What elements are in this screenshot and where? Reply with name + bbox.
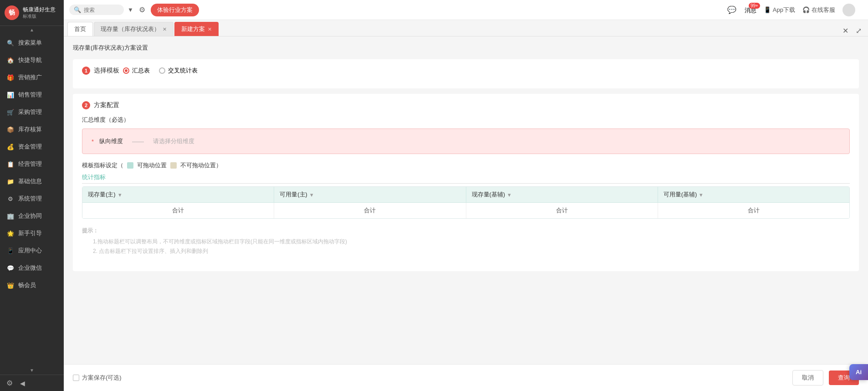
dimension-divider: —— bbox=[132, 138, 144, 145]
customer-service-icon: 🎧 bbox=[802, 6, 810, 13]
stats-col-3[interactable]: 可用量(基辅)▾ bbox=[658, 187, 849, 202]
radio-cross[interactable]: 交叉统计表 bbox=[159, 67, 198, 75]
message-icon: 💬 bbox=[727, 6, 736, 14]
cancel-button[interactable]: 取消 bbox=[792, 370, 823, 386]
main-area: 🔍 ▼ ⚙ 体验行业方案 💬 99+ 消息 📱 App下载 🎧 在线客服 bbox=[64, 0, 868, 391]
tab-label-home: 首页 bbox=[74, 25, 86, 33]
sidebar-item-finance[interactable]: 💰资金管理 bbox=[0, 138, 64, 155]
stats-col-0[interactable]: 现存量(主)▾ bbox=[82, 187, 274, 202]
sidebar-item-purchase[interactable]: 🛒采购管理 bbox=[0, 103, 64, 121]
topbar: 🔍 ▼ ⚙ 体验行业方案 💬 99+ 消息 📱 App下载 🎧 在线客服 bbox=[64, 0, 868, 20]
tabbar: 首页现存量（库存状况表）✕新建方案✕✕⤢ bbox=[64, 20, 868, 36]
scroll-down-arrow[interactable]: ▼ bbox=[30, 368, 34, 373]
tab-close-new-plan[interactable]: ✕ bbox=[208, 26, 212, 32]
sidebar-item-search-menu[interactable]: 🔍搜索菜单 bbox=[0, 34, 64, 51]
tab-label-inventory-status: 现存量（库存状况表） bbox=[101, 25, 160, 33]
weixin-icon: 💬 bbox=[6, 264, 15, 272]
step1-card: 1 选择模板 汇总表交叉统计表 bbox=[73, 59, 859, 88]
app-download-link[interactable]: 📱 App下载 bbox=[764, 6, 795, 14]
sidebar-item-member[interactable]: 👑畅会员 bbox=[0, 277, 64, 294]
system-icon: ⚙ bbox=[6, 195, 15, 203]
non-draggable-badge bbox=[170, 162, 177, 169]
step1-badge: 1 bbox=[82, 67, 90, 75]
stats-cell-0: 合计 bbox=[82, 203, 274, 218]
sidebar-item-operations[interactable]: 📋经营管理 bbox=[0, 155, 64, 173]
tab-expand-button[interactable]: ⤢ bbox=[853, 26, 864, 36]
dimension-label: 纵向维度 bbox=[99, 137, 123, 145]
save-option[interactable]: 方案保存(可选) bbox=[73, 374, 122, 382]
radio-circle-cross bbox=[159, 67, 165, 74]
stats-col-2[interactable]: 现存量(基辅)▾ bbox=[466, 187, 658, 202]
customer-service-link[interactable]: 🎧 在线客服 bbox=[802, 6, 835, 14]
template-radio-group: 汇总表交叉统计表 bbox=[123, 67, 198, 75]
step1-header: 1 选择模板 汇总表交叉统计表 bbox=[82, 67, 850, 75]
sidebar-settings-icon[interactable]: ⚙ bbox=[6, 379, 13, 387]
step2-title: 方案配置 bbox=[94, 101, 119, 109]
stats-table-body: 合计合计合计合计 bbox=[82, 202, 849, 218]
required-mark: * bbox=[92, 138, 94, 145]
tab-close-all-button[interactable]: ✕ bbox=[840, 26, 851, 36]
stats-cell-2: 合计 bbox=[466, 203, 658, 218]
sidebar-label-sales: 销售管理 bbox=[18, 91, 42, 99]
topbar-settings-button[interactable]: ⚙ bbox=[137, 4, 147, 16]
sidebar-item-basic[interactable]: 📁基础信息 bbox=[0, 173, 64, 190]
user-avatar[interactable] bbox=[842, 4, 855, 16]
purchase-icon: 🛒 bbox=[6, 108, 15, 116]
topbar-dropdown-icon[interactable]: ▼ bbox=[128, 6, 133, 13]
sidebar-label-purchase: 采购管理 bbox=[18, 108, 42, 116]
ai-fab-button[interactable]: Ai bbox=[849, 364, 868, 380]
sidebar-item-newbie[interactable]: 🌟新手引导 bbox=[0, 225, 64, 242]
sidebar-item-corp[interactable]: 🏢企业协同 bbox=[0, 207, 64, 225]
sidebar-scroll-down[interactable]: ▼ bbox=[0, 366, 64, 375]
sidebar-label-operations: 经营管理 bbox=[18, 160, 42, 168]
search-input[interactable] bbox=[84, 7, 120, 13]
sidebar-item-quick-nav[interactable]: 🏠快捷导航 bbox=[0, 51, 64, 69]
sidebar-label-weixin: 企业微信 bbox=[18, 264, 42, 272]
operations-icon: 📋 bbox=[6, 160, 15, 168]
sidebar-item-inventory[interactable]: 📦库存核算 bbox=[0, 121, 64, 138]
tips-label: 提示： bbox=[82, 226, 850, 236]
sidebar-item-weixin[interactable]: 💬企业微信 bbox=[0, 259, 64, 277]
stats-col-dropdown-1[interactable]: ▾ bbox=[310, 191, 313, 198]
stats-col-dropdown-3[interactable]: ▾ bbox=[700, 191, 703, 198]
save-checkbox[interactable] bbox=[73, 375, 79, 381]
step1-title: 选择模板 bbox=[94, 67, 119, 75]
tab-close-inventory-status[interactable]: ✕ bbox=[163, 26, 167, 32]
sidebar: 畅 畅康通好生意 标准版 ▲ 🔍搜索菜单🏠快捷导航🎁营销推广📊销售管理🛒采购管理… bbox=[0, 0, 64, 391]
notification-button[interactable]: 💬 99+ 消息 bbox=[727, 5, 756, 15]
stats-cell-1: 合计 bbox=[274, 203, 466, 218]
stats-col-1[interactable]: 可用量(主)▾ bbox=[274, 187, 466, 202]
sidebar-collapse-icon[interactable]: ◀ bbox=[20, 380, 25, 387]
app-version: 标准版 bbox=[23, 13, 56, 20]
stats-col-label-2: 现存量(基辅) bbox=[472, 190, 505, 199]
indicator-settings-label: 模板指标设定（ 可拖动位置 不可拖动位置） bbox=[82, 161, 850, 170]
step2-header: 2 方案配置 bbox=[82, 101, 850, 109]
tab-home[interactable]: 首页 bbox=[67, 22, 93, 36]
sidebar-label-system: 系统管理 bbox=[18, 195, 42, 203]
step2-card: 2 方案配置 汇总维度（必选） * 纵向维度 —— 请选择分组维度 模板指标设定… bbox=[73, 94, 859, 271]
inventory-icon: 📦 bbox=[6, 125, 15, 134]
sidebar-item-appstore[interactable]: 📱应用中心 bbox=[0, 242, 64, 259]
tab-inventory-status[interactable]: 现存量（库存状况表）✕ bbox=[94, 22, 174, 36]
app-logo-icon: 畅 bbox=[5, 5, 19, 20]
sidebar-item-marketing[interactable]: 🎁营销推广 bbox=[0, 69, 64, 86]
stats-col-dropdown-2[interactable]: ▾ bbox=[508, 191, 511, 198]
tab-new-plan[interactable]: 新建方案✕ bbox=[174, 22, 219, 36]
save-label: 方案保存(可选) bbox=[82, 374, 122, 382]
appstore-icon: 📱 bbox=[6, 247, 15, 255]
dimension-area[interactable]: * 纵向维度 —— 请选择分组维度 bbox=[82, 129, 850, 154]
sidebar-scroll-up[interactable]: ▲ bbox=[0, 26, 64, 34]
sidebar-label-newbie: 新手引导 bbox=[18, 229, 42, 237]
radio-summary[interactable]: 汇总表 bbox=[123, 67, 150, 75]
sidebar-item-system[interactable]: ⚙系统管理 bbox=[0, 190, 64, 207]
scroll-up-arrow[interactable]: ▲ bbox=[30, 28, 34, 32]
sidebar-label-basic: 基础信息 bbox=[18, 177, 42, 185]
sidebar-item-sales[interactable]: 📊销售管理 bbox=[0, 86, 64, 103]
sidebar-label-corp: 企业协同 bbox=[18, 212, 42, 220]
sidebar-label-marketing: 营销推广 bbox=[18, 73, 42, 82]
stats-col-dropdown-0[interactable]: ▾ bbox=[118, 191, 122, 198]
industry-solution-button[interactable]: 体验行业方案 bbox=[151, 4, 199, 16]
search-box[interactable]: 🔍 bbox=[69, 5, 124, 15]
sidebar-footer: ⚙ ◀ bbox=[0, 375, 64, 391]
content-area: 现存量(库存状况表)方案设置 1 选择模板 汇总表交叉统计表 2 方案配置 汇总… bbox=[64, 36, 868, 364]
